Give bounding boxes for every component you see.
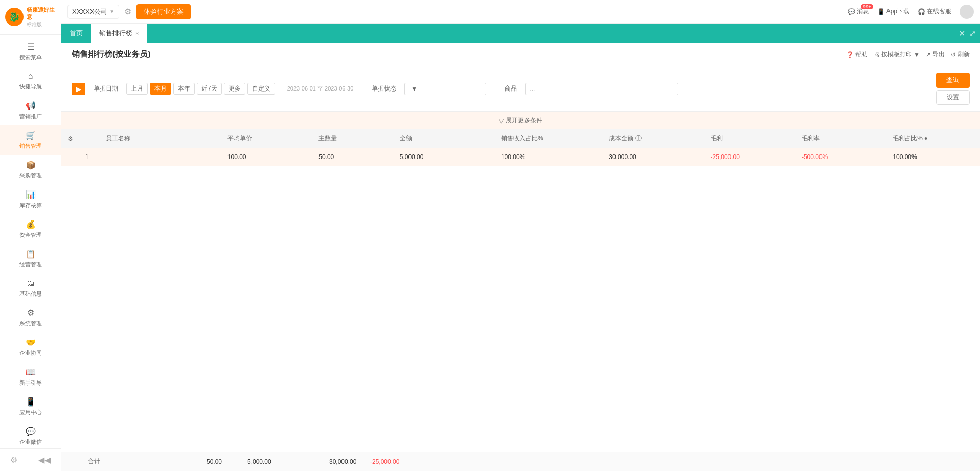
refresh-label: 刷新 (958, 50, 970, 59)
sidebar-item-经营管理[interactable]: 📋经营管理 (0, 244, 61, 274)
query-button[interactable]: 查询 (936, 73, 970, 88)
expand-more-filters-button[interactable]: ▽ 展开更多条件 (61, 111, 980, 129)
date-btn-this-month[interactable]: 本月 (150, 83, 171, 95)
topbar-right: 💬 消息 99+ 📱 App下载 🎧 在线客服 (848, 5, 974, 19)
tab-close-icon[interactable]: × (135, 30, 139, 36)
footer-amount: 5,000.00 (241, 458, 282, 465)
nav-label: 新手引导 (19, 379, 42, 387)
message-button[interactable]: 💬 消息 99+ (848, 7, 869, 16)
print-chevron-icon: ▼ (914, 51, 920, 58)
th-qty: 主数量 (312, 129, 394, 148)
tab-restore-icon[interactable]: ⤢ (969, 29, 976, 38)
th-sales-pct: 销售收入占比% (495, 129, 603, 148)
user-avatar[interactable] (960, 5, 974, 19)
nav-label: 资金管理 (19, 231, 42, 239)
nav-icon: 🗂 (27, 279, 35, 288)
table-header-row: ⚙ 员工名称 平均单价 主数量 全额 销售收入占比% 成本全额 ⓘ 毛利 毛利率… (61, 129, 980, 148)
th-avg-price: 平均单价 (221, 129, 312, 148)
nav-label: 搜索菜单 (19, 54, 42, 61)
company-name: XXXXX公司 (72, 7, 107, 16)
page-title: 销售排行榜(按业务员) (72, 49, 151, 60)
print-button[interactable]: 🖨 按模板打印 ▼ (874, 50, 920, 59)
sidebar-item-销售管理[interactable]: 🛒销售管理 (0, 125, 61, 155)
refresh-button[interactable]: ↺ 刷新 (951, 50, 970, 59)
export-label: 导出 (932, 50, 945, 59)
expand-chevron-icon: ▽ (499, 117, 504, 124)
topbar-gear-icon[interactable]: ⚙ (124, 7, 131, 16)
sidebar-nav: ☰搜索菜单⌂快捷导航📢营销推广🛒销售管理📦采购管理📊库存核算💰资金管理📋经营管理… (0, 35, 61, 448)
nav-label: 库存核算 (19, 201, 42, 209)
sidebar-item-基础信息[interactable]: 🗂基础信息 (0, 274, 61, 303)
td-cost: 30,000.00 (603, 148, 704, 166)
nav-icon: 📖 (26, 367, 36, 377)
table-row: 1 100.00 50.00 5,000.00 100.00% 30,000.0… (61, 148, 980, 166)
nav-icon: 💰 (26, 219, 36, 229)
td-gross-pct: 100.00% (886, 148, 980, 166)
support-icon: 🎧 (918, 8, 925, 15)
date-btn-more[interactable]: 更多 (224, 83, 245, 95)
tabs-right-controls: ✕ ⤢ (959, 29, 980, 38)
download-icon: 📱 (877, 8, 885, 15)
nav-icon: 📢 (26, 101, 36, 110)
tab-home[interactable]: 首页 (61, 24, 91, 43)
status-select[interactable]: ▼ (404, 83, 486, 95)
nav-icon: ⌂ (28, 72, 33, 81)
sidebar-item-系统管理[interactable]: ⚙系统管理 (0, 303, 61, 332)
nav-icon: 🤝 (26, 338, 36, 347)
nav-label: 企业微信 (19, 438, 42, 446)
filter-area: ▶ 单据日期 上月 本月 本年 近7天 更多 自定义 2023-06-01 至 … (61, 66, 980, 111)
sidebar-item-库存核算[interactable]: 📊库存核算 (0, 185, 61, 214)
expand-label: 展开更多条件 (506, 116, 542, 125)
nav-label: 营销推广 (19, 113, 42, 120)
date-btn-7days[interactable]: 近7天 (197, 83, 222, 95)
sidebar-item-营销推广[interactable]: 📢营销推广 (0, 96, 61, 125)
th-settings[interactable]: ⚙ (61, 129, 79, 148)
nav-label: 经营管理 (19, 261, 42, 268)
sidebar: 🐉 畅康通好生意 标准版 ☰搜索菜单⌂快捷导航📢营销推广🛒销售管理📦采购管理📊库… (0, 0, 61, 471)
td-avg-price: 100.00 (221, 148, 312, 166)
nav-label: 基础信息 (19, 290, 42, 298)
sidebar-item-快捷导航[interactable]: ⌂快捷导航 (0, 66, 61, 96)
nav-label: 采购管理 (19, 172, 42, 180)
collapse-sidebar-icon[interactable]: ◀◀ (34, 453, 55, 467)
goods-label: 商品 (505, 84, 517, 93)
export-icon: ↗ (926, 51, 931, 58)
filter-expand-arrow[interactable]: ▶ (72, 83, 85, 95)
help-button[interactable]: ❓ 帮助 (846, 50, 868, 59)
trial-button[interactable]: 体验行业方案 (136, 4, 191, 19)
sidebar-item-应用中心[interactable]: 📱应用中心 (0, 392, 61, 421)
nav-icon: 📱 (26, 397, 36, 407)
td-sales-pct: 100.00% (495, 148, 603, 166)
help-label: 帮助 (855, 50, 868, 59)
goods-input[interactable]: ... (525, 83, 678, 95)
app-download-button[interactable]: 📱 App下载 (877, 7, 909, 16)
footer-qty: 50.00 (200, 458, 241, 465)
page-header: 销售排行榜(按业务员) ❓ 帮助 🖨 按模板打印 ▼ ↗ 导出 ↺ 刷新 (61, 43, 980, 66)
sidebar-item-企业微信[interactable]: 💬企业微信 (0, 421, 61, 448)
page-content: 销售排行榜(按业务员) ❓ 帮助 🖨 按模板打印 ▼ ↗ 导出 ↺ 刷新 (61, 43, 980, 471)
date-btn-this-year[interactable]: 本年 (173, 83, 195, 95)
tab-sales-ranking[interactable]: 销售排行榜 × (91, 24, 147, 43)
th-gross-pct: 毛利占比% ♦ (886, 129, 980, 148)
sidebar-item-资金管理[interactable]: 💰资金管理 (0, 214, 61, 244)
date-btn-custom[interactable]: 自定义 (247, 83, 275, 95)
nav-icon: 💬 (26, 427, 36, 436)
settings-bottom-icon[interactable]: ⚙ (6, 453, 21, 467)
sidebar-item-采购管理[interactable]: 📦采购管理 (0, 155, 61, 185)
status-label: 单据状态 (372, 84, 396, 93)
sidebar-item-搜索菜单[interactable]: ☰搜索菜单 (0, 37, 61, 66)
tab-bar: 首页 销售排行榜 × ✕ ⤢ (61, 24, 980, 43)
td-rank: 1 (79, 148, 100, 166)
td-margin: -500.00% (795, 148, 886, 166)
online-support-button[interactable]: 🎧 在线客服 (918, 7, 951, 16)
date-btn-last-month[interactable]: 上月 (126, 83, 148, 95)
sidebar-item-企业协同[interactable]: 🤝企业协同 (0, 332, 61, 362)
nav-label: 应用中心 (19, 409, 42, 416)
company-select[interactable]: XXXXX公司 ▼ (67, 5, 119, 19)
export-button[interactable]: ↗ 导出 (926, 50, 945, 59)
date-shortcuts: 上月 本月 本年 近7天 更多 自定义 (126, 83, 275, 95)
settings-button[interactable]: 设置 (936, 90, 970, 105)
sidebar-item-新手引导[interactable]: 📖新手引导 (0, 362, 61, 392)
tab-close-all-icon[interactable]: ✕ (959, 29, 965, 38)
th-amount: 全额 (394, 129, 495, 148)
